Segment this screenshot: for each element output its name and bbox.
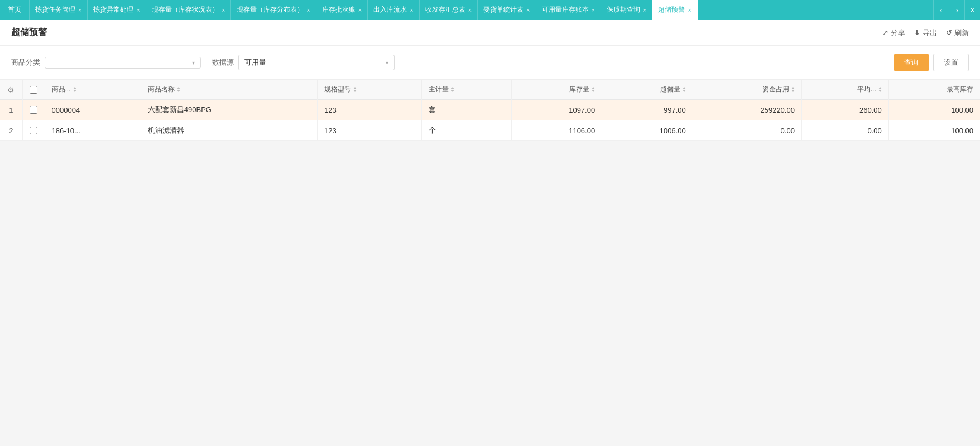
nav-tab-expiry[interactable]: 保质期查询 × [601, 0, 652, 20]
row-spec-1: 123 [317, 100, 421, 120]
close-icon[interactable]: × [136, 7, 140, 13]
sort-icon [177, 87, 180, 92]
sort-icon [592, 87, 595, 92]
row-maxstock-2: 100.00 [888, 120, 980, 141]
nav-tab-stock-dist[interactable]: 现存量（库存分布表） × [231, 0, 316, 20]
col-avg[interactable]: 平均... [801, 80, 888, 100]
close-icon[interactable]: × [78, 7, 81, 13]
row-capital-1: 259220.00 [693, 100, 801, 120]
close-icon[interactable]: × [643, 7, 646, 13]
top-navigation: 首页 拣货任务管理 × 拣货异常处理 × 现存量（库存状况表） × 现存量（库存… [0, 0, 980, 20]
col-overstock[interactable]: 超储量 [602, 80, 693, 100]
nav-tab-pick-task[interactable]: 拣货任务管理 × [30, 0, 88, 20]
table-row: 1 0000004 六配套新昌490BPG 123 套 1097.00 997.… [0, 100, 980, 120]
chevron-down-icon: ▾ [386, 60, 388, 66]
close-icon[interactable]: × [410, 7, 413, 13]
share-button[interactable]: ↗ 分享 [882, 28, 905, 38]
close-icon[interactable]: × [468, 7, 472, 13]
nav-tab-home[interactable]: 首页 [0, 0, 30, 20]
row-code-1: 0000004 [45, 100, 141, 120]
category-select[interactable]: ▾ [45, 57, 201, 69]
filter-actions: 查询 设置 [894, 54, 969, 71]
row-capital-2: 0.00 [693, 120, 801, 141]
refresh-button[interactable]: ↺ 刷新 [946, 28, 969, 38]
sort-icon [353, 87, 357, 92]
table-row: 2 186-10... 机油滤清器 123 个 1106.00 1006.00 … [0, 120, 980, 141]
close-icon[interactable]: × [526, 7, 530, 13]
row-name-1: 六配套新昌490BPG [141, 100, 317, 120]
row-overstock-1: 997.00 [602, 100, 693, 120]
col-spec[interactable]: 规格型号 [317, 80, 421, 100]
sort-icon [451, 87, 454, 92]
row-checkbox[interactable] [30, 106, 37, 114]
col-stock[interactable]: 库存量 [511, 80, 602, 100]
table-body: 1 0000004 六配套新昌490BPG 123 套 1097.00 997.… [0, 100, 980, 141]
nav-tab-summary[interactable]: 收发存汇总表 × [420, 0, 478, 20]
datasource-label: 数据源 [212, 57, 234, 67]
page-header: 超储预警 ↗ 分享 ⬇ 导出 ↺ 刷新 [0, 20, 980, 46]
row-stock-1: 1097.00 [511, 100, 602, 120]
close-icon[interactable]: × [592, 7, 595, 13]
close-icon[interactable]: × [222, 7, 225, 13]
nav-tab-stock-status[interactable]: 现存量（库存状况表） × [146, 0, 231, 20]
query-button[interactable]: 查询 [894, 54, 929, 71]
export-icon: ⬇ [914, 28, 920, 37]
close-icon[interactable]: × [306, 7, 310, 13]
row-maxstock-1: 100.00 [888, 100, 980, 120]
row-index-2: 2 [0, 120, 22, 141]
row-checkbox-2[interactable] [22, 120, 45, 141]
refresh-icon: ↺ [946, 28, 952, 37]
settings-button[interactable]: 设置 [933, 54, 969, 71]
header-actions: ↗ 分享 ⬇ 导出 ↺ 刷新 [882, 28, 969, 38]
datasource-filter-group: 数据源 可用量 ▾ [212, 55, 395, 70]
table-header-row: ⚙ 商品... [0, 80, 980, 100]
col-code[interactable]: 商品... [45, 80, 141, 100]
col-name[interactable]: 商品名称 [141, 80, 317, 100]
datasource-select-value: 可用量 [244, 57, 266, 67]
nav-tab-flow[interactable]: 出入库流水 × [368, 0, 419, 20]
gear-icon[interactable]: ⚙ [7, 85, 15, 94]
nav-tab-pick-exception[interactable]: 拣货异常处理 × [88, 0, 146, 20]
category-filter-group: 商品分类 ▾ [11, 57, 201, 69]
page-title: 超储预警 [11, 27, 47, 38]
row-stock-2: 1106.00 [511, 120, 602, 141]
row-avg-2: 0.00 [801, 120, 888, 141]
overstock-table: ⚙ 商品... [0, 80, 980, 141]
row-unit-1: 套 [422, 100, 511, 120]
nav-next-button[interactable]: › [949, 0, 964, 20]
share-icon: ↗ [882, 28, 888, 37]
row-checkbox-1[interactable] [22, 100, 45, 120]
sort-icon [73, 87, 76, 92]
row-overstock-2: 1006.00 [602, 120, 693, 141]
nav-prev-button[interactable]: ‹ [933, 0, 949, 20]
row-code-2: 186-10... [45, 120, 141, 141]
row-unit-2: 个 [422, 120, 511, 141]
sort-icon [878, 87, 882, 92]
export-button[interactable]: ⬇ 导出 [914, 28, 937, 38]
category-label: 商品分类 [11, 57, 40, 67]
row-name-2: 机油滤清器 [141, 120, 317, 141]
nav-tab-available[interactable]: 可用量库存账本 × [536, 0, 601, 20]
row-avg-1: 260.00 [801, 100, 888, 120]
nav-close-button[interactable]: × [964, 0, 980, 20]
col-maxstock[interactable]: 最高库存 [888, 80, 980, 100]
close-icon[interactable]: × [358, 7, 362, 13]
row-index-1: 1 [0, 100, 22, 120]
datasource-select[interactable]: 可用量 ▾ [238, 55, 395, 70]
close-icon[interactable]: × [688, 7, 691, 13]
nav-arrows: ‹ › × [933, 0, 980, 20]
chevron-down-icon: ▾ [192, 60, 195, 66]
nav-tab-batch[interactable]: 库存批次账 × [316, 0, 368, 20]
sort-icon [791, 87, 795, 92]
col-unit[interactable]: 主计量 [422, 80, 511, 100]
row-spec-2: 123 [317, 120, 421, 141]
row-checkbox[interactable] [30, 127, 37, 134]
sort-icon [683, 87, 686, 92]
nav-tab-overstock[interactable]: 超储预警 × [652, 0, 697, 20]
col-checkbox [22, 80, 45, 100]
nav-tab-order-stats[interactable]: 要货单统计表 × [478, 0, 536, 20]
col-settings: ⚙ [0, 80, 22, 100]
filter-bar: 商品分类 ▾ 数据源 可用量 ▾ 查询 设置 [0, 46, 980, 80]
col-capital[interactable]: 资金占用 [693, 80, 801, 100]
select-all-checkbox[interactable] [30, 86, 37, 94]
